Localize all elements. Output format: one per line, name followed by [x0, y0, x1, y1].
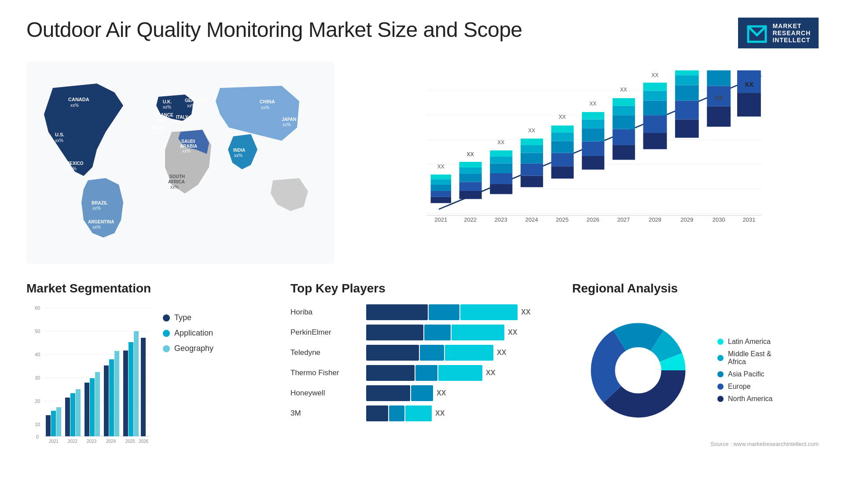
- svg-rect-20: [459, 168, 482, 174]
- brazil-value: xx%: [92, 206, 101, 211]
- brazil-label: BRAZIL: [92, 201, 108, 205]
- page-title: Outdoor Air Quality Monitoring Market Si…: [26, 18, 522, 42]
- svg-rect-60: [643, 115, 667, 133]
- reg-dot-latin-america: [717, 339, 724, 345]
- svg-text:40: 40: [35, 352, 40, 357]
- bar-2030: 2030: [707, 70, 731, 223]
- svg-rect-108: [95, 372, 100, 436]
- reg-legend-asia-pacific: Asia Pacific: [717, 370, 772, 378]
- regional-legend: Latin America Middle East &Africa Asia P…: [717, 338, 772, 403]
- regional-donut-svg: [572, 304, 704, 436]
- svg-rect-55: [613, 106, 635, 115]
- logo-text: MARKET RESEARCH INTELLECT: [772, 22, 811, 44]
- south-america-highlight: [81, 178, 123, 237]
- svg-text:2023: 2023: [87, 439, 97, 444]
- svg-rect-39: [551, 153, 574, 167]
- bar-perkinelmer-light: [452, 325, 504, 340]
- player-row-thermofisher: Thermo Fisher XX: [290, 365, 555, 381]
- svg-rect-38: [551, 166, 574, 179]
- svg-rect-112: [114, 351, 119, 436]
- svg-rect-107: [90, 378, 95, 436]
- bar-2022: XX 2022: [459, 151, 482, 223]
- canada-value: xx%: [70, 103, 79, 108]
- bar-teledyne-light: [445, 345, 493, 361]
- bar-3m-light: [405, 405, 432, 421]
- reg-legend-north-america: North America: [717, 395, 772, 403]
- svg-rect-77: [737, 93, 761, 117]
- svg-text:XX: XX: [467, 151, 474, 157]
- bar-thermofisher-dark: [366, 365, 415, 381]
- player-name-3m: 3M: [290, 409, 361, 418]
- key-players-section: Top Key Players Horiba XX: [290, 281, 555, 471]
- seg-group-2021: 2021: [46, 407, 61, 444]
- player-bars-3m: XX: [366, 405, 445, 421]
- bar-thermofisher-light: [438, 365, 482, 381]
- svg-text:30: 30: [35, 375, 40, 380]
- india-value: xx%: [234, 153, 242, 158]
- svg-rect-99: [51, 411, 56, 436]
- svg-rect-67: [675, 101, 699, 120]
- reg-legend-latin-america: Latin America: [717, 338, 772, 346]
- svg-rect-47: [582, 128, 604, 142]
- svg-rect-25: [490, 173, 512, 184]
- us-label: U.S.: [55, 132, 64, 137]
- header-row: Outdoor Air Quality Monitoring Market Si…: [26, 18, 819, 48]
- player-bars-honeywell: XX: [366, 385, 446, 401]
- bar-2029: XX 2029: [675, 70, 699, 223]
- svg-text:2022: 2022: [464, 216, 477, 223]
- saudi-value: xx%: [182, 149, 191, 153]
- seg-legend: Type Application Geography: [163, 304, 213, 353]
- svg-text:60: 60: [35, 305, 40, 310]
- svg-text:0: 0: [36, 434, 39, 439]
- asia-highlight: [216, 86, 299, 141]
- player-row-honeywell: Honeywell XX: [290, 385, 555, 401]
- bar-honeywell-mid: [411, 385, 433, 401]
- key-players-title: Top Key Players: [290, 281, 555, 296]
- reg-legend-middle-east: Middle East &Africa: [717, 350, 772, 366]
- segmentation-chart-svg: 60 50 40 30 20 10 0: [26, 304, 150, 445]
- svg-rect-61: [643, 101, 667, 115]
- uk-label: U.K.: [163, 99, 172, 104]
- south-africa-value: xx%: [170, 185, 179, 190]
- logo-icon: [746, 22, 768, 44]
- mexico-label: MEXICO: [66, 161, 84, 166]
- regional-inner: Latin America Middle East &Africa Asia P…: [572, 304, 819, 436]
- bottom-row: Market Segmentation 60 50 40 30 20 10 0: [26, 281, 819, 471]
- svg-rect-68: [675, 85, 699, 100]
- legend-dot-geography: [163, 345, 170, 352]
- svg-rect-12: [431, 197, 451, 203]
- china-label: CHINA: [260, 99, 275, 104]
- svg-rect-104: [76, 389, 81, 436]
- player-name-thermofisher: Thermo Fisher: [290, 369, 361, 377]
- year-label-2021: 2021: [434, 216, 447, 223]
- player-bars-perkinelmer: XX: [366, 325, 517, 340]
- svg-rect-19: [459, 174, 482, 182]
- reg-dot-north-america: [717, 396, 724, 402]
- svg-text:2024: 2024: [106, 439, 116, 444]
- legend-dot-application: [163, 330, 170, 337]
- bar-horiba-mid: [429, 304, 459, 320]
- bar-2026: XX 2026: [582, 101, 604, 223]
- svg-rect-16: [431, 175, 451, 179]
- seg-group-2026: 2026: [139, 338, 149, 444]
- bar-horiba-dark: [366, 304, 428, 320]
- svg-marker-1: [748, 26, 766, 35]
- bar-2021: XX 2021: [431, 164, 451, 223]
- svg-rect-24: [490, 184, 512, 194]
- seg-group-2025: 2025: [123, 331, 139, 444]
- svg-rect-33: [521, 153, 543, 164]
- svg-text:2029: 2029: [680, 216, 693, 223]
- logo-area: MARKET RESEARCH INTELLECT: [738, 18, 819, 48]
- svg-rect-35: [521, 139, 543, 145]
- bar-3m-dark: [366, 405, 388, 421]
- svg-rect-75: [707, 70, 731, 86]
- svg-rect-40: [551, 141, 574, 153]
- regional-title: Regional Analysis: [572, 281, 819, 296]
- svg-rect-52: [613, 145, 635, 160]
- india-label: INDIA: [233, 148, 245, 153]
- legend-type: Type: [163, 313, 213, 322]
- japan-label: JAPAN: [282, 117, 296, 122]
- logo-box: MARKET RESEARCH INTELLECT: [738, 18, 819, 48]
- bar-2024: XX 2024: [521, 128, 543, 223]
- regional-section: Regional Analysis: [572, 281, 819, 471]
